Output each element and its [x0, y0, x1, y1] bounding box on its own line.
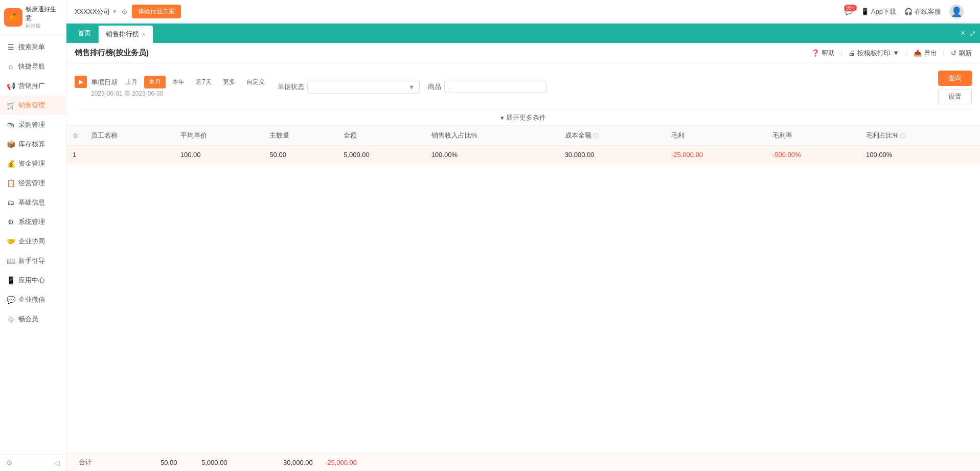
- expand-label: 展开更多条件: [506, 113, 546, 122]
- tab-home[interactable]: 首页: [71, 24, 99, 43]
- user-avatar[interactable]: 👤: [949, 5, 964, 19]
- filter-settings-button[interactable]: 设置: [938, 89, 972, 104]
- sidebar-item-quick-nav[interactable]: ⌂ 快捷导航: [0, 57, 66, 76]
- col-sales-pct-header: 销售收入占比%: [425, 126, 559, 146]
- page-header: 销售排行榜(按业务员) ❓ 帮助 | 🖨 按模板打印 ▼ | 📤 导出 |: [66, 43, 980, 63]
- expand-icon: ▾: [500, 114, 504, 122]
- guide-nav-icon: 📖: [6, 257, 15, 265]
- col-settings: ⚙: [66, 126, 85, 146]
- data-table: ⚙ 员工名称 平均单价 主数量 全额 销售收入占比% 成本全额 ⓘ 毛利 毛利率…: [66, 126, 980, 164]
- enterprise-nav-label: 企业协同: [18, 237, 45, 246]
- sidebar-item-guide[interactable]: 📖 新手引导: [0, 251, 66, 271]
- sidebar-item-sales[interactable]: 🛒 销售管理: [0, 96, 66, 115]
- date-btn-this-year[interactable]: 本年: [168, 76, 189, 88]
- col-gross-pct-header: 毛利占比% ⓘ: [860, 126, 980, 146]
- basic-info-nav-label: 基础信息: [18, 198, 45, 207]
- sidebar-item-system[interactable]: ⚙ 系统管理: [0, 212, 66, 232]
- tab-close-icon[interactable]: ×: [142, 31, 145, 37]
- sidebar-item-finance[interactable]: 💰 资金管理: [0, 154, 66, 173]
- gross-pct-info-icon[interactable]: ⓘ: [900, 132, 906, 139]
- topbar-left: XXXXX公司 ▼ ⚙ 体验行业方案: [75, 5, 181, 18]
- help-button[interactable]: ❓ 帮助: [811, 49, 835, 58]
- app-center-nav-icon: 📱: [6, 276, 15, 284]
- date-btn-7days[interactable]: 近7天: [191, 76, 216, 88]
- footer-cost: 30,000.00: [277, 459, 319, 466]
- sidebar-item-basic-info[interactable]: 🗂 基础信息: [0, 193, 66, 212]
- date-btn-custom[interactable]: 自定义: [242, 76, 269, 88]
- date-btn-prev-month[interactable]: 上月: [121, 76, 142, 88]
- export-button[interactable]: 📤 导出: [914, 49, 937, 58]
- guide-nav-label: 新手引导: [18, 256, 45, 265]
- sidebar-item-purchase[interactable]: 🛍 采购管理: [0, 115, 66, 134]
- purchase-nav-label: 采购管理: [18, 120, 45, 129]
- sales-nav-label: 销售管理: [18, 101, 45, 110]
- query-button[interactable]: 查询: [938, 71, 972, 86]
- status-select[interactable]: ▼: [307, 81, 420, 94]
- cost-info-icon[interactable]: ⓘ: [593, 132, 599, 139]
- footer-amount: 5,000.00: [195, 459, 236, 466]
- trial-button[interactable]: 体验行业方案: [132, 5, 181, 18]
- table-header-row: ⚙ 员工名称 平均单价 主数量 全额 销售收入占比% 成本全额 ⓘ 毛利 毛利率…: [66, 126, 980, 146]
- filter-expander[interactable]: ▶: [75, 76, 87, 88]
- print-button[interactable]: 🖨 按模板打印 ▼: [849, 49, 899, 58]
- date-btn-more[interactable]: 更多: [218, 76, 240, 88]
- app-download-action[interactable]: 📱 App下载: [861, 7, 896, 16]
- collapse-icon[interactable]: ◁: [54, 459, 60, 467]
- topbar-settings-icon[interactable]: ⚙: [121, 8, 128, 16]
- help-label: 帮助: [822, 49, 835, 58]
- window-close-icon[interactable]: ×: [961, 29, 965, 38]
- company-name: XXXXX公司: [75, 7, 110, 16]
- system-nav-icon: ⚙: [6, 218, 15, 226]
- sidebar-item-member[interactable]: ◇ 畅会员: [0, 309, 66, 329]
- sidebar-item-inventory[interactable]: 📦 库存核算: [0, 134, 66, 154]
- print-label: 按模板打印: [857, 49, 891, 58]
- settings-bottom-icon[interactable]: ⚙: [6, 459, 13, 467]
- sidebar-item-marketing[interactable]: 📢 营销推广: [0, 76, 66, 96]
- footer-quantity: 50.00: [154, 459, 195, 466]
- sidebar-item-enterprise[interactable]: 🤝 企业协同: [0, 232, 66, 251]
- refresh-label: 刷新: [959, 49, 972, 58]
- date-filter: 单据日期 上月 本月 本年 近7天 更多 自定义: [91, 76, 269, 88]
- refresh-button[interactable]: ↺ 刷新: [951, 49, 972, 58]
- col-gross-header: 毛利: [665, 126, 766, 146]
- logo-sub: 标准版: [26, 23, 62, 30]
- sidebar-item-wechat[interactable]: 💬 企业微信: [0, 290, 66, 309]
- footer-gross: -25,000.00: [319, 459, 363, 466]
- page-title: 销售排行榜(按业务员): [75, 48, 149, 58]
- online-service-action[interactable]: 🎧 在线客服: [904, 7, 941, 16]
- headset-icon: 🎧: [904, 8, 913, 15]
- column-settings-icon[interactable]: ⚙: [73, 132, 79, 140]
- table-footer: 合计 50.00 5,000.00 30,000.00 -25,000.00: [66, 453, 980, 471]
- logo-text: 畅康通好生意: [26, 5, 62, 23]
- finance-nav-label: 资金管理: [18, 159, 45, 168]
- sidebar-item-search[interactable]: ☰ 搜索菜单: [0, 37, 66, 57]
- expand-row: ▾ 展开更多条件: [75, 109, 972, 125]
- app-download-icon: 📱: [861, 8, 869, 15]
- tabs-right-actions: × ⤢: [961, 29, 976, 38]
- search-nav-icon: ☰: [6, 43, 15, 51]
- tab-sales-ranking[interactable]: 销售排行榜 ×: [99, 26, 153, 43]
- expand-button[interactable]: ▾ 展开更多条件: [500, 113, 546, 122]
- sales-nav-icon: 🛒: [6, 101, 15, 109]
- member-nav-label: 畅会员: [18, 315, 38, 324]
- date-label: 单据日期: [91, 78, 118, 87]
- quick-nav-nav-label: 快捷导航: [18, 62, 45, 71]
- window-restore-icon[interactable]: ⤢: [969, 29, 976, 38]
- date-options: 上月 本月 本年 近7天 更多 自定义: [121, 76, 269, 88]
- sidebar-item-operations[interactable]: 📋 经营管理: [0, 173, 66, 193]
- message-icon-wrapper[interactable]: 💬 99+: [845, 8, 853, 15]
- finance-nav-icon: 💰: [6, 160, 15, 168]
- cell-rank: 1: [66, 146, 85, 164]
- app-download-label: App下载: [871, 7, 896, 16]
- refresh-icon: ↺: [951, 49, 956, 57]
- logo-icon: 🍊: [4, 8, 22, 27]
- wechat-nav-label: 企业微信: [18, 295, 45, 304]
- date-btn-this-month[interactable]: 本月: [144, 76, 166, 88]
- enterprise-nav-icon: 🤝: [6, 237, 15, 245]
- goods-input[interactable]: ...: [444, 81, 546, 93]
- company-selector[interactable]: XXXXX公司 ▼: [75, 7, 117, 16]
- topbar-right: 💬 99+ 📱 App下载 🎧 在线客服 👤: [845, 5, 972, 19]
- sidebar-item-app-center[interactable]: 📱 应用中心: [0, 271, 66, 290]
- filter-area: ▶ 单据日期 上月 本月 本年 近7天 更多 自定义: [66, 63, 980, 126]
- tab-home-label: 首页: [78, 29, 91, 38]
